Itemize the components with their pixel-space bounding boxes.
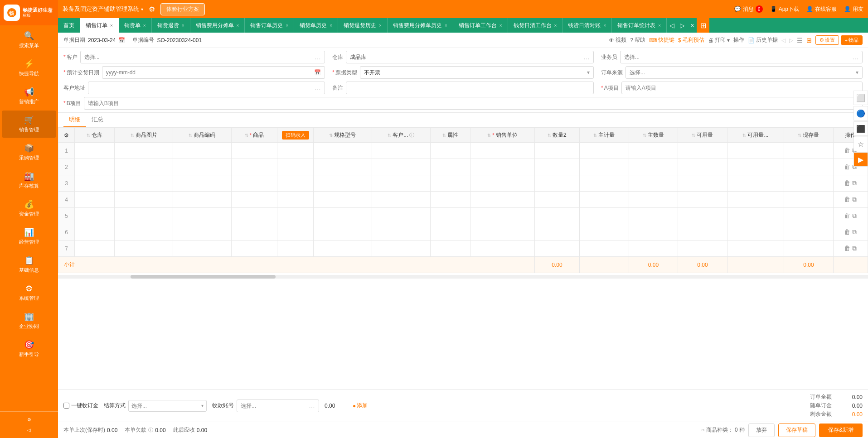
add-product-button[interactable]: + 物品 — [841, 35, 863, 45]
order-source-select[interactable]: ▾ — [626, 66, 863, 79]
payment-method-input[interactable] — [131, 403, 199, 409]
calendar-icon[interactable]: 📅 — [118, 37, 125, 43]
sort-icon14[interactable]: ⇅ — [798, 133, 801, 138]
cell-main-unit-5[interactable] — [580, 208, 629, 224]
salesperson-input-field[interactable] — [624, 54, 852, 60]
tab-detail[interactable]: 明细 — [63, 113, 86, 127]
sidebar-item-marketing[interactable]: 📢 营销推广 — [2, 82, 56, 110]
customer-input-field[interactable] — [84, 54, 315, 60]
cell-scan-4[interactable] — [277, 192, 314, 208]
tab-close-icon[interactable]: × — [554, 23, 557, 28]
cell-scan-3[interactable] — [277, 175, 314, 192]
cell-product-7[interactable] — [231, 241, 277, 257]
sidebar-item-finance[interactable]: 💰 资金管理 — [2, 195, 56, 222]
cell-avail2-6[interactable] — [727, 224, 784, 241]
tab-prev-btn[interactable]: ◁ — [667, 18, 677, 33]
cell-attr-2[interactable] — [430, 159, 470, 175]
cell-qty2-1[interactable] — [534, 143, 579, 159]
row-delete-icon-5[interactable]: 🗑 — [844, 212, 850, 220]
cell-spec-4[interactable] — [314, 192, 372, 208]
tab-close-icon[interactable]: × — [143, 23, 146, 28]
tab-close-icon[interactable]: × — [603, 23, 606, 28]
scroll-thumb[interactable] — [131, 275, 276, 279]
cell-customer-code-4[interactable] — [372, 192, 430, 208]
cell-avail2-2[interactable] — [727, 159, 784, 175]
cell-unit-6[interactable] — [470, 224, 534, 241]
cell-avail-2[interactable] — [678, 159, 727, 175]
collection-account-input[interactable]: … — [237, 399, 319, 412]
cell-image-3[interactable] — [115, 175, 173, 192]
history-action[interactable]: 📄 历史单据 — [748, 36, 778, 44]
float-btn-3[interactable]: ⬛ — [853, 121, 868, 136]
sidebar-item-inventory[interactable]: 🏭 库存核算 — [2, 167, 56, 194]
salesperson-dots-btn[interactable]: … — [852, 53, 858, 61]
industry-plan-button[interactable]: 体验行业方案 — [160, 3, 205, 15]
sort-icon11[interactable]: ⇅ — [643, 133, 646, 138]
info-icon[interactable]: ⓘ — [409, 132, 414, 139]
cell-main-qty-6[interactable] — [629, 224, 678, 241]
sort-icon5[interactable]: ⇅ — [329, 133, 333, 138]
salesperson-input[interactable]: … — [620, 51, 863, 63]
row-copy-icon-7[interactable]: ⧉ — [852, 245, 857, 252]
cell-stock-1[interactable] — [784, 143, 834, 159]
tab-more-btn[interactable]: × — [688, 18, 697, 33]
settings-button[interactable]: ⚙ 设置 — [815, 35, 839, 45]
tab-close-icon[interactable]: × — [499, 23, 502, 28]
cell-stock-5[interactable] — [784, 208, 834, 224]
cell-attr-5[interactable] — [430, 208, 470, 224]
cell-warehouse-7[interactable] — [75, 241, 115, 257]
grid-view-icon[interactable]: ⊞ — [806, 37, 812, 44]
address-dots-btn[interactable]: … — [315, 84, 321, 91]
float-btn-1[interactable]: ⬜ — [853, 91, 868, 105]
operation-action[interactable]: 操作 — [733, 36, 744, 44]
cell-main-unit-3[interactable] — [580, 175, 629, 192]
tab-summary[interactable]: 汇总 — [86, 113, 109, 127]
cell-customer-code-6[interactable] — [372, 224, 430, 241]
cell-avail2-5[interactable] — [727, 208, 784, 224]
sidebar-item-purchase[interactable]: 📦 采购管理 — [2, 139, 56, 166]
cell-unit-2[interactable] — [470, 159, 534, 175]
customer-address-input-field[interactable] — [92, 85, 315, 91]
tab-close-icon[interactable]: × — [286, 23, 288, 28]
customer-input[interactable]: … — [80, 51, 325, 63]
tab-sales-order-workbench[interactable]: 销售订单工作台 × — [453, 18, 508, 33]
cell-customer-code-5[interactable] — [372, 208, 430, 224]
cell-unit-4[interactable] — [470, 192, 534, 208]
delivery-date-input-field[interactable] — [106, 69, 314, 76]
tab-sales-order[interactable]: 销售订单 × — [80, 18, 119, 33]
float-btn-4[interactable]: ☆ — [853, 137, 868, 151]
tab-sales-expense-split-history[interactable]: 销售费用分摊单历史 × — [388, 18, 453, 33]
cell-qty2-4[interactable] — [534, 192, 579, 208]
cell-image-1[interactable] — [115, 143, 173, 159]
th-gear[interactable]: ⚙ — [58, 128, 75, 143]
cell-unit-5[interactable] — [470, 208, 534, 224]
sidebar-item-quick-nav[interactable]: ⚡ 快捷导航 — [2, 54, 56, 82]
cell-attr-4[interactable] — [430, 192, 470, 208]
scan-entry-btn[interactable]: 扫码录入 — [282, 131, 309, 140]
current-amount-info-icon[interactable]: ⓘ — [148, 427, 153, 433]
horizontal-scrollbar[interactable] — [58, 275, 868, 279]
message-center[interactable]: 💬 消息 6 — [734, 5, 763, 13]
sidebar-settings-btn[interactable]: ⚙ — [25, 415, 33, 424]
row-delete-icon-3[interactable]: 🗑 — [844, 179, 850, 187]
save-new-button[interactable]: 保存&新增 — [819, 424, 863, 437]
cell-warehouse-3[interactable] — [75, 175, 115, 192]
cell-main-qty-4[interactable] — [629, 192, 678, 208]
customer-dots-btn[interactable]: … — [315, 53, 321, 61]
payment-method-select[interactable]: ▾ — [128, 400, 207, 412]
sidebar-item-system[interactable]: ⚙ 系统管理 — [2, 279, 56, 306]
delivery-calendar-icon[interactable]: 📅 — [314, 69, 321, 76]
cell-main-qty-5[interactable] — [629, 208, 678, 224]
remarks-input[interactable] — [346, 82, 594, 94]
account-dots-btn[interactable]: … — [309, 402, 315, 409]
cell-main-unit-2[interactable] — [580, 159, 629, 175]
cell-avail-4[interactable] — [678, 192, 727, 208]
cell-image-4[interactable] — [115, 192, 173, 208]
cell-spec-2[interactable] — [314, 159, 372, 175]
tab-close-icon[interactable]: × — [330, 23, 332, 28]
sort-icon[interactable]: ⇅ — [87, 133, 90, 138]
sort-icon3[interactable]: ⇅ — [189, 133, 192, 138]
cell-code-7[interactable] — [173, 241, 232, 257]
cell-attr-1[interactable] — [430, 143, 470, 159]
tab-close-icon[interactable]: × — [237, 23, 239, 28]
